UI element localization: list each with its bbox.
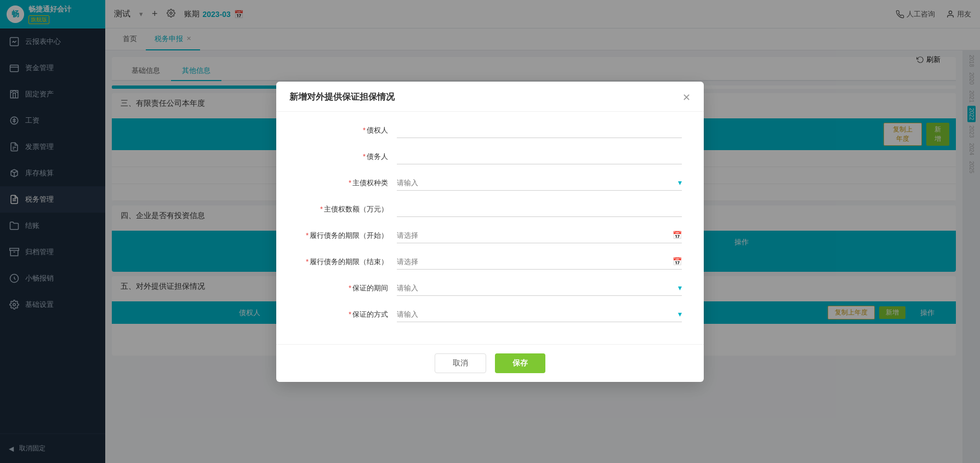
calendar-icon[interactable]: 📅 (673, 257, 682, 266)
save-button[interactable]: 保存 (495, 353, 545, 373)
zhuzhaiqualamount-input[interactable] (397, 202, 682, 217)
zhiquanren-input[interactable] (397, 123, 682, 138)
field-zhiquanren: *债权人 (298, 123, 682, 138)
field-lvxing-start: *履行债务的期限（开始） 📅 (298, 228, 682, 243)
baozheng-period-input[interactable] (397, 281, 678, 295)
baozheng-way-input[interactable] (397, 307, 678, 322)
field-label: *履行债务的期限（开始） (298, 231, 397, 241)
modal-dialog: 新增对外提供保证担保情况 ✕ *债权人 *债务人 *主债权种类 (276, 82, 704, 382)
field-zhaiwuren: *债务人 (298, 149, 682, 164)
field-label: *保证的期间 (298, 283, 397, 293)
field-zhuzhaiqualamount: *主债权数额（万元） (298, 202, 682, 217)
zhaiwuren-input[interactable] (397, 149, 682, 164)
baozheng-way-select[interactable]: ▾ (397, 307, 682, 322)
modal-header: 新增对外提供保证担保情况 ✕ (276, 82, 704, 112)
chevron-down-icon[interactable]: ▾ (678, 178, 682, 187)
chevron-down-icon[interactable]: ▾ (678, 283, 682, 292)
field-baozheng-period: *保证的期间 ▾ (298, 281, 682, 296)
lvxing-start-date[interactable]: 📅 (397, 228, 682, 243)
zhuzhaiqualtype-input[interactable] (397, 175, 678, 190)
modal-body: *债权人 *债务人 *主债权种类 ▾ (276, 112, 704, 344)
lvxing-end-input[interactable] (397, 254, 673, 269)
lvxing-start-input[interactable] (397, 228, 673, 243)
field-label: *主债权数额（万元） (298, 204, 397, 214)
lvxing-end-date[interactable]: 📅 (397, 254, 682, 270)
field-label: *履行债务的期限（结束） (298, 257, 397, 267)
field-lvxing-end: *履行债务的期限（结束） 📅 (298, 254, 682, 270)
field-label: *保证的方式 (298, 310, 397, 319)
modal-title: 新增对外提供保证担保情况 (289, 92, 395, 103)
modal-overlay: 新增对外提供保证担保情况 ✕ *债权人 *债务人 *主债权种类 (0, 0, 980, 463)
cancel-button[interactable]: 取消 (435, 353, 486, 373)
field-baozheng-way: *保证的方式 ▾ (298, 307, 682, 322)
calendar-icon[interactable]: 📅 (673, 231, 682, 239)
field-zhuzhaiqualtype: *主债权种类 ▾ (298, 175, 682, 191)
modal-close-button[interactable]: ✕ (682, 92, 691, 104)
field-label: *债权人 (298, 125, 397, 135)
chevron-down-icon[interactable]: ▾ (678, 310, 682, 318)
zhuzhaiqualtype-select[interactable]: ▾ (397, 175, 682, 191)
field-label: *主债权种类 (298, 178, 397, 188)
modal-footer: 取消 保存 (276, 344, 704, 382)
field-label: *债务人 (298, 152, 397, 162)
baozheng-period-select[interactable]: ▾ (397, 281, 682, 296)
